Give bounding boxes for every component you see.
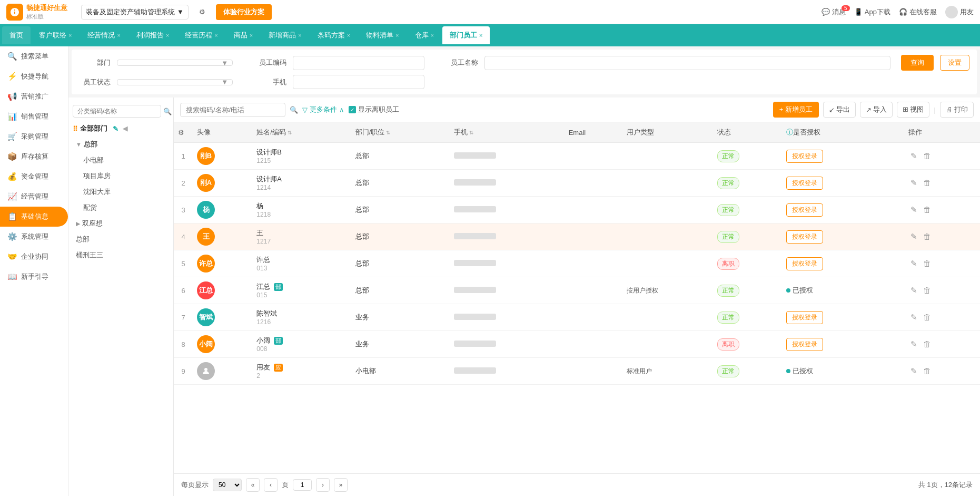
sidebar-item-marketing[interactable]: 📢 营销推广 [0,86,68,106]
show-resigned-toggle[interactable]: ✓ 显示离职员工 [349,105,399,114]
close-icon[interactable]: × [68,32,72,38]
delete-button[interactable]: 🗑 [921,338,933,349]
emp-code-input[interactable] [293,56,424,70]
close-icon[interactable]: × [395,32,399,38]
dept-search-input[interactable] [73,105,161,118]
th-name[interactable]: 姓名/编码 [252,122,351,143]
close-icon[interactable]: × [431,32,434,38]
dept-item-tongxing[interactable]: 桶刑王三 [68,247,173,263]
edit-button[interactable]: ✎ [908,177,919,189]
filter-more-button[interactable]: ▽ 更多条件 ∧ [302,105,344,114]
table-search-input[interactable] [180,103,285,117]
edit-button[interactable]: ✎ [908,204,919,216]
dept-item-project[interactable]: 项目库房 [68,168,173,184]
th-phone[interactable]: 手机 [450,122,565,143]
sidebar-item-operations[interactable]: 📈 经营管理 [0,187,68,207]
view-button[interactable]: ⊞ 视图 [897,102,929,118]
print-button[interactable]: 🖨 打印 [940,102,974,118]
auth-login-button[interactable]: 授权登录 [786,177,823,190]
dept-item-shenyang[interactable]: 沈阳大库 [68,184,173,200]
user-menu-button[interactable]: 用友 [945,6,974,18]
edit-button[interactable]: ✎ [908,258,919,269]
messages-button[interactable]: 💬 消息 5 [821,7,846,17]
settings-button[interactable]: ⚙ [195,5,210,20]
tab-profit[interactable]: 利润报告 × [129,26,176,44]
search-icon[interactable]: 🔍 [290,106,298,114]
tab-bom[interactable]: 物料清单 × [359,26,406,44]
emp-status-select[interactable]: ▼ [117,79,233,85]
sidebar-item-quicknav[interactable]: ⚡ 快捷导航 [0,66,68,86]
export-button[interactable]: ↙ 导出 [823,102,856,118]
dept-item-zongbu[interactable]: ▼ 总部 [68,137,173,152]
page-input[interactable] [293,479,312,491]
sidebar-item-basic[interactable]: 📋 基础信息 [0,207,68,227]
auth-login-button[interactable]: 授权登录 [786,338,823,351]
tab-business[interactable]: 经营情况 × [80,26,127,44]
sidebar-item-search[interactable]: 🔍 搜索菜单 [0,46,68,66]
sys-select[interactable]: 装备及固定资产辅助管理系统 ▼ [81,5,189,20]
first-page-button[interactable]: « [246,478,260,492]
delete-button[interactable]: 🗑 [921,258,933,269]
sidebar-item-guide[interactable]: 📖 新手引导 [0,267,68,287]
page-size-select[interactable]: 50 20 100 [213,479,242,491]
close-icon[interactable]: × [250,32,253,38]
phone-input[interactable] [293,75,424,89]
tab-home[interactable]: 首页 [2,26,31,44]
online-service-button[interactable]: 🎧 在线客服 [899,7,937,17]
tab-history[interactable]: 经营历程 × [177,26,225,44]
delete-button[interactable]: 🗑 [921,365,933,376]
dept-all-header[interactable]: ⠿ 全部部门 ✎ ◀ [68,121,173,137]
close-icon[interactable]: × [347,32,350,38]
edit-button[interactable]: ✎ [908,285,919,296]
tab-goods[interactable]: 商品 × [226,26,260,44]
search-icon[interactable]: 🔍 [163,108,172,115]
tab-customer[interactable]: 客户联络 × [32,26,79,44]
sidebar-item-purchase[interactable]: 🛒 采购管理 [0,127,68,147]
delete-button[interactable]: 🗑 [921,285,933,296]
th-dept[interactable]: 部门/职位 [351,122,450,143]
sidebar-item-system[interactable]: ⚙️ 系统管理 [0,227,68,247]
tab-barcode[interactable]: 条码方案 × [310,26,358,44]
prev-page-button[interactable]: ‹ [264,478,278,492]
import-button[interactable]: ↗ 导入 [860,102,893,118]
emp-name-input[interactable] [484,56,890,70]
edit-button[interactable]: ✎ [908,150,919,162]
dept-item-xiaodian[interactable]: 小电部 [68,152,173,168]
add-employee-button[interactable]: + 新增员工 [773,102,819,118]
next-page-button[interactable]: › [316,478,330,492]
dept-item-peihuo[interactable]: 配货 [68,200,173,216]
tab-add-goods[interactable]: 新增商品 × [261,26,309,44]
sidebar-item-inventory[interactable]: 📦 库存核算 [0,147,68,167]
app-download-button[interactable]: 📱 App下载 [854,7,890,17]
tab-warehouse[interactable]: 仓库 × [408,26,441,44]
edit-button[interactable]: ✎ [908,231,919,242]
close-icon[interactable]: × [166,32,169,38]
close-icon[interactable]: × [117,32,120,38]
close-icon[interactable]: × [298,32,301,38]
close-icon[interactable]: × [214,32,217,38]
edit-button[interactable]: ✎ [908,312,919,323]
search-button[interactable]: 查询 [901,55,934,71]
auth-login-button[interactable]: 授权登录 [786,203,823,217]
auth-login-button[interactable]: 授权登录 [786,257,823,270]
set-button[interactable]: 设置 [940,55,969,71]
delete-button[interactable]: 🗑 [921,231,933,242]
last-page-button[interactable]: » [334,478,348,492]
trial-button[interactable]: 体验行业方案 [216,4,272,20]
delete-button[interactable]: 🗑 [921,177,933,188]
delete-button[interactable]: 🗑 [921,312,933,323]
sidebar-item-collab[interactable]: 🤝 企业协同 [0,247,68,267]
close-icon[interactable]: × [479,32,482,38]
th-settings[interactable]: ⚙ [174,122,193,143]
dept-select[interactable]: ▼ [117,60,233,66]
tab-dept-employee[interactable]: 部门员工 × [442,26,490,44]
auth-login-button[interactable]: 授权登录 [786,311,823,324]
delete-button[interactable]: 🗑 [921,150,933,161]
edit-icon[interactable]: ✎ [113,125,118,133]
dept-item-shuangzuo[interactable]: ▶ 双座想 [68,216,173,231]
auth-login-button[interactable]: 授权登录 [786,150,823,163]
sidebar-item-finance[interactable]: 💰 资金管理 [0,167,68,187]
edit-button[interactable]: ✎ [908,365,919,377]
auth-login-button[interactable]: 授权登录 [786,230,823,244]
edit-button[interactable]: ✎ [908,338,919,350]
